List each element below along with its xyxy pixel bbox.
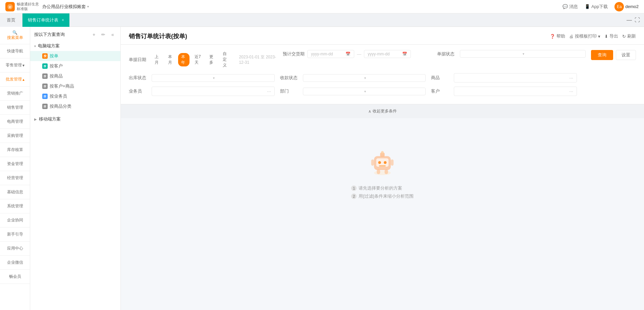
goods-input[interactable] — [458, 75, 568, 81]
calendar-icon-end: 📅 — [402, 52, 407, 56]
by-product-category-icon: 按 — [42, 104, 48, 109]
salesperson-label: 业务员 — [129, 88, 149, 94]
expected-date-start[interactable]: yyyy-mm-dd 📅 — [307, 50, 354, 58]
sidebar: 🔍 搜索菜单 快捷导航 零售管理 ▾ 批发管理 ▴ 营销推广 销售管理 电商管理… — [0, 27, 30, 310]
empty-state: 1 请先选择要分析的方案 2 用[过滤]条件来缩小分析范围 — [121, 118, 644, 228]
sidebar-item-purchase[interactable]: 采购管理 — [0, 129, 30, 143]
sidebar-item-quicknav[interactable]: 快捷导航 — [0, 44, 30, 58]
workspace-select[interactable]: 办公用品行业模拟账套 ▾ — [42, 4, 89, 10]
tree-section-mobile[interactable]: ▶ 移动端方案 — [30, 114, 120, 124]
tree-item-by-customer[interactable]: 按 按客户 — [30, 61, 120, 71]
department-select[interactable]: ▾ — [303, 88, 426, 95]
print-action[interactable]: 🖨 按模板打印 ▾ — [569, 33, 600, 39]
sidebar-item-system[interactable]: 系统管理 — [0, 199, 30, 213]
date-sep: — — [357, 52, 361, 57]
order-status-arrow: ▾ — [523, 52, 582, 56]
tree-item-by-product-category[interactable]: 按 按商品分类 — [30, 101, 120, 111]
delivery-status-select[interactable]: ▾ — [152, 74, 275, 82]
sidebar-item-finance[interactable]: 资金管理 — [0, 157, 30, 171]
delivery-status-arrow: ▾ — [213, 76, 271, 80]
sidebar-item-wholesale[interactable]: 批发管理 ▴ — [0, 72, 30, 87]
sidebar-item-appcenter[interactable]: 应用中心 — [0, 242, 30, 256]
department-arrow: ▾ — [364, 90, 422, 93]
query-button[interactable]: 查询 — [591, 50, 613, 60]
tree-section-desktop: ▾ 电脑端方案 — [30, 41, 120, 51]
date-btn-custom[interactable]: 自定义 — [220, 50, 234, 69]
calendar-icon-start: 📅 — [345, 52, 351, 56]
salesperson-dots[interactable]: ··· — [267, 89, 271, 94]
refresh-action[interactable]: ↻ 刷新 — [622, 33, 636, 39]
app-download-action[interactable]: 📱 App下载 — [585, 4, 608, 10]
tab-bar-actions: — ⛶ — [627, 17, 644, 23]
sidebar-item-operations[interactable]: 经营管理 — [0, 171, 30, 185]
message-action[interactable]: 💬 消息 — [562, 4, 578, 10]
add-plan-button[interactable]: + — [90, 31, 98, 38]
collapse-section: ∧ 收起更多条件 — [121, 104, 644, 118]
collapse-button[interactable]: ∧ 收起更多条件 — [364, 107, 401, 115]
date-btn-last-7[interactable]: 近7天 — [192, 53, 204, 66]
workspace-chevron: ▾ — [87, 5, 89, 8]
settings-button[interactable]: 设置 — [616, 50, 636, 60]
by-product-icon: 按 — [42, 73, 48, 79]
sidebar-item-retail[interactable]: 零售管理 ▾ — [0, 58, 30, 72]
tree-item-by-product[interactable]: 按 按商品 — [30, 71, 120, 81]
sidebar-item-inventory[interactable]: 库存核算 — [0, 143, 30, 157]
empty-tip-2: 2 用[过滤]条件来缩小分析范围 — [351, 193, 413, 199]
logo-text: 畅捷通好生意 标准版 — [17, 2, 39, 11]
tree-item-by-order[interactable]: 按 按单 — [30, 51, 120, 61]
delivery-status-label: 出库状态 — [129, 75, 149, 81]
user-profile[interactable]: Ea demo2 — [614, 2, 639, 11]
collapse-panel-button[interactable]: « — [109, 31, 116, 38]
svg-rect-13 — [385, 169, 388, 174]
date-btn-this-month[interactable]: 本月 — [165, 53, 176, 66]
tab-close-icon[interactable]: × — [62, 18, 64, 22]
salesperson-input[interactable] — [155, 89, 266, 94]
date-btn-more[interactable]: 更多 — [206, 53, 218, 66]
date-btn-this-year[interactable]: 本年 — [178, 53, 190, 66]
page-header: 销售订单统计表(按单) ❓ 帮助 🖨 按模板打印 ▾ ⬇ 导出 — [121, 27, 644, 45]
export-action[interactable]: ⬇ 导出 — [604, 33, 618, 39]
sidebar-item-enterprise[interactable]: 企业协同 — [0, 213, 30, 227]
content-area: 按以下方案查询 + ✏ « ▾ 电脑端方案 按 按单 — [30, 27, 644, 310]
sidebar-item-basic[interactable]: 基础信息 — [0, 185, 30, 199]
collapse-icon: ∧ — [368, 109, 371, 114]
sidebar-item-sales[interactable]: 销售管理 — [0, 101, 30, 115]
tab-sales-order[interactable]: 销售订单统计表 × — [22, 13, 69, 27]
sidebar-item-newuser[interactable]: 新手引导 — [0, 227, 30, 242]
tab-bar: 首页 销售订单统计表 × — ⛶ — [0, 13, 644, 27]
date-range-display: 2023-01-01 至 2023-12-31 — [239, 54, 277, 65]
help-action[interactable]: ❓ 帮助 — [550, 33, 565, 39]
edit-plan-button[interactable]: ✏ — [100, 31, 107, 38]
sidebar-search[interactable]: 🔍 搜索菜单 — [0, 27, 30, 44]
date-btn-last-month[interactable]: 上月 — [152, 53, 163, 66]
message-icon: 💬 — [562, 4, 568, 9]
print-dropdown-icon[interactable]: ▾ — [598, 34, 600, 39]
tab-maximize-icon[interactable]: ⛶ — [635, 17, 640, 23]
sidebar-item-wechat[interactable]: 企业微信 — [0, 256, 30, 270]
customer-input[interactable] — [458, 89, 568, 94]
date-label: 单据日期 — [129, 57, 149, 63]
payment-status-arrow: ▾ — [364, 76, 422, 80]
order-status-select[interactable]: ▾ — [460, 50, 586, 58]
tab-sales-order-label: 销售订单统计表 — [28, 17, 58, 23]
tab-minimize-icon[interactable]: — — [627, 17, 632, 23]
sidebar-item-ecommerce[interactable]: 电商管理 — [0, 115, 30, 129]
expected-date-end[interactable]: yyyy-mm-dd 📅 — [364, 50, 411, 58]
logo-icon: 好 — [5, 2, 15, 11]
empty-tips: 1 请先选择要分析的方案 2 用[过滤]条件来缩小分析范围 — [351, 185, 413, 201]
sidebar-item-marketing[interactable]: 营销推广 — [0, 87, 30, 101]
main-layout: 🔍 搜索菜单 快捷导航 零售管理 ▾ 批发管理 ▴ 营销推广 销售管理 电商管理… — [0, 27, 644, 310]
tree-item-by-salesperson[interactable]: 按 按业务员 — [30, 91, 120, 101]
page-title: 销售订单统计表(按单) — [129, 32, 187, 40]
tree-item-by-customer-product[interactable]: 按 按客户+商品 — [30, 81, 120, 91]
expected-date-label: 预计交货期 — [283, 51, 305, 57]
date-shortcuts: 上月 本月 本年 近7天 更多 自定义 — [152, 50, 233, 69]
goods-dots[interactable]: ··· — [569, 75, 573, 81]
tab-home[interactable]: 首页 — [0, 13, 22, 27]
left-panel: 按以下方案查询 + ✏ « ▾ 电脑端方案 按 按单 — [30, 27, 121, 310]
customer-dots[interactable]: ··· — [569, 89, 573, 94]
payment-status-select[interactable]: ▾ — [303, 74, 426, 82]
export-icon: ⬇ — [604, 34, 608, 39]
svg-rect-7 — [379, 165, 386, 166]
sidebar-item-membership[interactable]: 畅会员 — [0, 270, 30, 284]
